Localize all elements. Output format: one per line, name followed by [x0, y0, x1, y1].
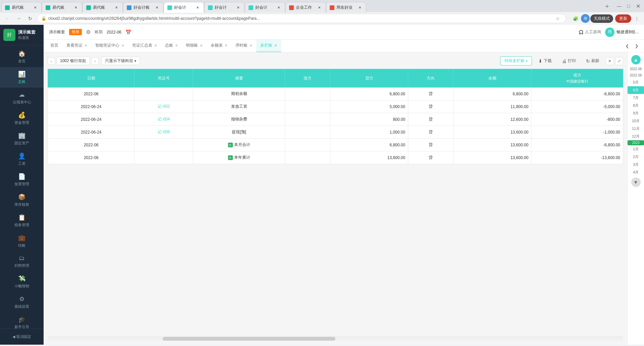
date-panel-month2-4月[interactable]: 4月: [628, 168, 644, 176]
page-tab-close-8[interactable]: ✕: [274, 44, 277, 47]
bookmark-button[interactable]: ☆: [554, 14, 562, 22]
new-tab-button[interactable]: ＋: [602, 1, 612, 11]
tab-close-icon[interactable]: ✕: [317, 5, 322, 10]
date-panel-month-11月[interactable]: 11月: [628, 125, 644, 133]
sidebar-item-固定资产[interactable]: 🏢 固定资产: [0, 129, 44, 149]
collapse-button[interactable]: ✕: [606, 57, 614, 65]
sidebar-item-新手引导[interactable]: 🎓 新手引导: [0, 312, 44, 329]
date-panel-scroll-down[interactable]: ▼: [631, 178, 641, 187]
sidebar-item-小畅报销[interactable]: 💸 小畅报销: [0, 271, 44, 292]
page-tab-智能凭证中心[interactable]: 智能凭证中心✕: [91, 40, 128, 52]
incognito-button[interactable]: 无痕模式: [590, 14, 613, 23]
page-tab-余额表[interactable]: 余额表✕: [207, 40, 231, 52]
user-info[interactable]: 用 畅捷通B组...: [605, 28, 639, 37]
sidebar-item-首页[interactable]: 🏠 首页: [0, 47, 44, 67]
sidebar-item-总账[interactable]: 📊 总账: [0, 67, 44, 88]
next-account-button[interactable]: ›: [91, 57, 99, 65]
page-tab-首页[interactable]: 首页: [46, 40, 62, 52]
unpin-button[interactable]: ◀ 取消固定: [0, 332, 44, 342]
tab-close-icon[interactable]: ✕: [276, 5, 281, 10]
date-panel-year-1[interactable]: 2022.06: [628, 72, 644, 79]
sidebar-item-基础设置[interactable]: ⚙ 基础设置: [0, 292, 44, 312]
page-tab-close-6[interactable]: ✕: [225, 44, 227, 47]
close-browser-button[interactable]: ✕: [633, 1, 643, 11]
maximize-button[interactable]: □: [624, 1, 633, 11]
expand-button[interactable]: ⤢: [615, 57, 623, 65]
tab-collapse-left[interactable]: ❮: [623, 41, 632, 51]
date-panel-month-9月[interactable]: 9月: [628, 109, 644, 117]
tab-close-icon[interactable]: ✕: [33, 5, 38, 10]
page-tab-序时账[interactable]: 序时账✕: [231, 40, 256, 52]
date-panel-month2-3月[interactable]: 3月: [628, 161, 644, 168]
cell-3-1[interactable]: 记-006: [135, 126, 193, 139]
minimize-button[interactable]: ―: [614, 1, 624, 11]
browser-tab-0[interactable]: 易代账 ✕: [1, 2, 42, 13]
tab-close-icon[interactable]: ✕: [195, 5, 200, 10]
sidebar-item-库存核算[interactable]: 📦 库存核算: [0, 190, 44, 210]
prev-account-button[interactable]: ‹: [48, 57, 55, 65]
profile-button[interactable]: 用: [581, 14, 590, 23]
cell-1-1[interactable]: 记-002: [135, 100, 193, 113]
forward-button[interactable]: →: [14, 14, 23, 23]
sidebar-item-结账[interactable]: 💼 结账: [0, 231, 44, 251]
page-tab-close-5[interactable]: ✕: [200, 44, 203, 47]
print-button[interactable]: 🖨 打印: [558, 56, 580, 65]
browser-tab-2[interactable]: 易代账 ✕: [83, 2, 123, 13]
date-panel-month-8月[interactable]: 8月: [628, 102, 644, 109]
tab-close-icon[interactable]: ✕: [154, 5, 160, 10]
date-panel-scroll-up[interactable]: ▲: [631, 55, 641, 64]
sidebar-item-资金管理[interactable]: 💰 资金管理: [0, 108, 44, 129]
browser-tab-7[interactable]: 企业工作 ✕: [285, 2, 326, 13]
cell-2-1[interactable]: 记-004: [135, 113, 193, 126]
page-tab-查看凭证[interactable]: 查看凭证✕: [62, 40, 91, 52]
address-bar[interactable]: 🔒 cloud2.chanjet.com/accounting/uh26t264…: [37, 14, 566, 23]
date-panel-month-12月[interactable]: 12月: [628, 133, 644, 140]
consult-button[interactable]: 🎧 人工咨询: [579, 29, 601, 35]
date-panel-year-0[interactable]: 2022.06: [628, 66, 644, 72]
page-tab-多栏账[interactable]: 多栏账✕: [256, 40, 281, 52]
browser-tab-6[interactable]: 好会计 ✕: [245, 2, 285, 13]
extensions-button[interactable]: 🧩: [571, 14, 580, 23]
sidebar-item-工资[interactable]: 👤 工资: [0, 149, 44, 169]
date-panel-month-10月[interactable]: 10月: [628, 117, 644, 125]
page-tab-凭证汇总表[interactable]: 凭证汇总表✕: [128, 40, 161, 52]
page-tab-close-2[interactable]: ✕: [121, 44, 124, 47]
menu-button[interactable]: ⋮: [632, 14, 641, 23]
back-button[interactable]: ←: [3, 14, 12, 23]
settings-icon[interactable]: ⚙: [86, 29, 91, 35]
scroll-thumb[interactable]: [163, 337, 335, 341]
calendar-icon[interactable]: 📅: [125, 30, 131, 35]
browser-tab-5[interactable]: 好会计 ✕: [204, 2, 245, 13]
date-panel-month-5月[interactable]: 5月: [628, 79, 644, 86]
page-tab-close-3[interactable]: ✕: [154, 44, 157, 47]
tab-close-icon[interactable]: ✕: [235, 5, 241, 10]
page-tab-close-4[interactable]: ✕: [175, 44, 178, 47]
page-tab-close-7[interactable]: ✕: [250, 44, 252, 47]
browser-tab-4[interactable]: 好会计 ✕: [164, 2, 204, 13]
tab-close-icon[interactable]: ✕: [357, 5, 363, 10]
browser-tab-8[interactable]: 用友好业 ✕: [326, 2, 366, 13]
page-tab-明细账[interactable]: 明细账✕: [182, 40, 207, 52]
reload-button[interactable]: ↻: [25, 14, 35, 23]
date-panel-month2-2月[interactable]: 2月: [628, 153, 644, 161]
download-button[interactable]: ⬇ 下载: [535, 56, 555, 65]
page-tab-总账[interactable]: 总账✕: [161, 40, 182, 52]
page-tab-close-1[interactable]: ✕: [85, 44, 87, 47]
date-panel-month-7月[interactable]: 7月: [628, 94, 644, 102]
update-button[interactable]: 更新: [615, 14, 631, 23]
sidebar-item-税务管理[interactable]: 📋 税务管理: [0, 210, 44, 231]
refresh-button[interactable]: ↻ 刷新: [582, 56, 603, 65]
date-panel-month-6月[interactable]: 6月: [628, 86, 644, 94]
multi-col-button[interactable]: 特殊多栏账 ▾: [500, 56, 532, 65]
date-panel-month2-1月[interactable]: 1月: [628, 145, 644, 153]
tab-close-icon[interactable]: ✕: [114, 5, 119, 10]
sidebar-item-归档管理[interactable]: 🗂 归档管理: [0, 251, 44, 271]
horizontal-scrollbar[interactable]: [48, 337, 623, 341]
tab-close-icon[interactable]: ✕: [73, 5, 78, 10]
tab-collapse-right[interactable]: ❯: [632, 41, 641, 51]
sidebar-item-云报表中心[interactable]: ☁ 云报表中心: [0, 88, 44, 108]
sidebar-item-发票管理[interactable]: 📄 发票管理: [0, 169, 44, 190]
browser-tab-3[interactable]: 好会计账 ✕: [123, 2, 163, 13]
browser-tab-1[interactable]: 易代账 ✕: [42, 2, 82, 13]
filter-select[interactable]: 只显示下级科目 ▾: [101, 57, 140, 65]
